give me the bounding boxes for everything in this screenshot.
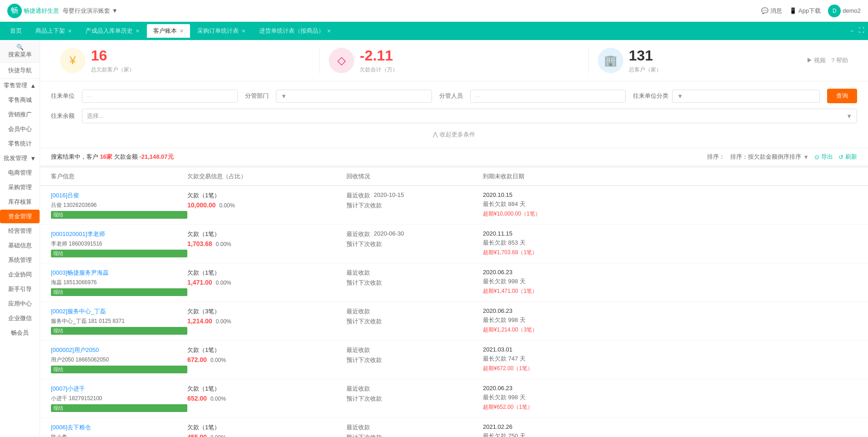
payback-last-label-2: 最近收款: [346, 230, 370, 238]
filter-source-unit: 往来单位 ···: [51, 90, 238, 103]
debt-info-7: 欠款（1笔） 455.900.00%: [187, 423, 346, 437]
source-unit-input[interactable]: ···: [82, 90, 238, 103]
payback-next-7: 预计下次收款: [346, 433, 483, 437]
company-selector[interactable]: 母婴行业演示账套 ▼: [63, 7, 118, 15]
sidebar-item-basic[interactable]: 基础信息: [0, 239, 40, 252]
filter-unit-category: 往来单位分类 ▼: [633, 90, 820, 103]
sidebar-item-retail-mgmt[interactable]: 零售管理 ▲: [0, 79, 40, 92]
stat-debt-amount: ◇ -2.11 欠款合计（万）: [319, 47, 588, 74]
overdue-amount-5[interactable]: 超期¥672.00（1笔）: [483, 365, 857, 372]
video-btn[interactable]: ▶ 视频: [807, 56, 826, 65]
overdue-date-5: 2021.03.01: [483, 346, 857, 353]
collapse-btn[interactable]: ⋀ 收起更多条件: [51, 129, 857, 141]
sort-by-amount-btn[interactable]: 排序：按欠款金额倒序排序 ▼: [730, 153, 809, 161]
balance-select[interactable]: 选择... ▼: [82, 109, 857, 123]
sidebar-item-retail-stats[interactable]: 零售统计: [0, 137, 40, 151]
customer-name-6[interactable]: [0007]小进千: [51, 385, 187, 393]
sidebar-item-retail-mall[interactable]: 零售商城: [0, 93, 40, 107]
nav-right-icons: － ⛶: [849, 27, 864, 35]
sidebar-item-wholesale[interactable]: 批发管理 ▼: [0, 151, 40, 165]
retail-mgmt-arrow: ▲: [30, 82, 36, 89]
message-icon: 💬: [761, 7, 768, 14]
user-menu[interactable]: D demo2: [828, 5, 861, 17]
payback-next-label-3: 预计下次收款: [346, 279, 382, 287]
debt-count-2: 欠款（1笔）: [187, 230, 346, 238]
minimize-icon[interactable]: －: [849, 27, 855, 35]
customer-name-2[interactable]: [0001020001]李老师: [51, 230, 187, 238]
sidebar-item-inventory[interactable]: 库存核算: [0, 195, 40, 209]
maximize-icon[interactable]: ⛶: [858, 27, 864, 35]
debt-count-3: 欠款（1笔）: [187, 269, 346, 277]
filter-row-2: 往来余额 选择... ▼: [51, 109, 857, 123]
search-button[interactable]: 查询: [827, 89, 857, 103]
app-download-btn[interactable]: 📱 App下载: [789, 7, 821, 15]
stat-debtors: ¥ 16 总欠款客户（家）: [51, 47, 319, 74]
tab-products[interactable]: 商品上下架 ✕: [29, 24, 78, 38]
overdue-days-3: 最长欠款 998 天: [483, 277, 857, 286]
overdue-amount-3[interactable]: 超期¥1,471.00（1笔）: [483, 287, 857, 295]
overdue-info-3: 2020.06.23 最长欠款 998 天 超期¥1,471.00（1笔）: [483, 269, 857, 295]
customer-info-4: [0002]服务中心_丁磊 服务中心_丁磊 181 0125 8371 现结: [51, 307, 187, 335]
tab-purchase-stats-close[interactable]: ✕: [327, 28, 331, 34]
help-btn[interactable]: ? 帮助: [831, 56, 848, 65]
customer-name-4[interactable]: [0002]服务中心_丁磊: [51, 307, 187, 316]
sidebar-item-member[interactable]: 会员中心: [0, 122, 40, 136]
purchase-label: 采购管理: [8, 184, 32, 191]
sidebar-item-finance[interactable]: 资金管理: [0, 210, 40, 223]
sidebar-item-ecommerce[interactable]: 电商管理: [0, 166, 40, 180]
payback-last-label-5: 最近收款: [346, 346, 370, 354]
debt-amount-4: 1,214.00: [187, 317, 212, 325]
overdue-amount-6[interactable]: 超期¥652.00（1笔）: [483, 403, 857, 411]
app-name: 畅捷通好生意: [24, 7, 59, 15]
person-input[interactable]: ···: [470, 90, 626, 103]
tab-production[interactable]: 产成品入库单历史 ✕: [79, 24, 146, 38]
payback-next-2: 预计下次收款: [346, 240, 483, 248]
customer-name-7[interactable]: [0006]去下粮仓: [51, 423, 187, 432]
finance-label: 资金管理: [8, 213, 32, 220]
tab-production-close[interactable]: ✕: [135, 28, 140, 34]
sidebar-item-marketing[interactable]: 营销推广: [0, 108, 40, 121]
sidebar-search[interactable]: 🔍 搜索菜单: [0, 40, 40, 63]
export-btn[interactable]: ⊙ 导出: [814, 153, 833, 161]
debt-amount-6: 652.00: [187, 395, 207, 402]
tab-purchase-order[interactable]: 采购订单统计表 ✕: [191, 24, 252, 38]
payback-last-2: 最近收款 2020-06-30: [346, 230, 483, 238]
customer-tag-1: 现结: [51, 211, 187, 219]
tab-products-close[interactable]: ✕: [68, 28, 72, 34]
overdue-amount-1[interactable]: 超期¥10,000.00（1笔）: [483, 210, 857, 218]
col-payback: 回收情况: [346, 172, 483, 181]
payback-next-label-4: 预计下次收款: [346, 317, 382, 326]
balance-arrow: ▼: [846, 113, 852, 120]
customer-name-5[interactable]: [000002]用户2050: [51, 346, 187, 354]
tab-purchase-close[interactable]: ✕: [241, 28, 246, 34]
customer-name-3[interactable]: [0003]畅捷服务尹海蕊: [51, 269, 187, 277]
sidebar-item-purchase[interactable]: 采购管理: [0, 181, 40, 194]
sidebar-quick-nav[interactable]: 快捷导航: [0, 63, 40, 79]
content-area: ¥ 16 总欠款客户（家） ◇ -2.11 欠款合计（万） 🏢 131 总客户（…: [40, 40, 868, 437]
sidebar-item-apps[interactable]: 应用中心: [0, 297, 40, 311]
unit-category-input[interactable]: ▼: [672, 90, 820, 103]
overdue-amount-2[interactable]: 超期¥1,703.68（1笔）: [483, 249, 857, 256]
sidebar-item-operation[interactable]: 经营管理: [0, 224, 40, 238]
tab-home-label: 首页: [10, 27, 22, 35]
balance-label: 往来余额: [51, 112, 78, 120]
refresh-btn[interactable]: ↺ 刷新: [838, 153, 857, 161]
customer-name-1[interactable]: [0016]吕俊: [51, 191, 187, 200]
payback-info-4: 最近收款 预计下次收款: [346, 307, 483, 326]
sidebar-item-system[interactable]: 系统管理: [0, 253, 40, 267]
sidebar-item-guide[interactable]: 新手引导: [0, 282, 40, 296]
tab-customer-account[interactable]: 客户账本 ✕: [147, 24, 190, 38]
overdue-amount-4[interactable]: 超期¥1,214.00（3笔）: [483, 326, 857, 334]
dept-input[interactable]: ▼: [276, 90, 432, 103]
sidebar-item-vip[interactable]: 畅会员: [0, 326, 40, 340]
customer-sub-5: 用户2050 18665062050: [51, 356, 187, 364]
sidebar-item-collaboration[interactable]: 企业协同: [0, 268, 40, 281]
customer-tag-6: 现结: [51, 404, 187, 412]
tab-customer-close[interactable]: ✕: [180, 28, 184, 34]
sidebar-item-wechat[interactable]: 企业微信: [0, 311, 40, 325]
tab-home[interactable]: 首页: [4, 24, 28, 38]
source-unit-dots: ···: [87, 93, 92, 100]
tab-purchase-stats[interactable]: 进货单统计表（按商品） ✕: [253, 24, 337, 38]
messages-btn[interactable]: 💬 消息: [761, 7, 782, 15]
customer-sub-7: 陈小希: [51, 433, 187, 437]
